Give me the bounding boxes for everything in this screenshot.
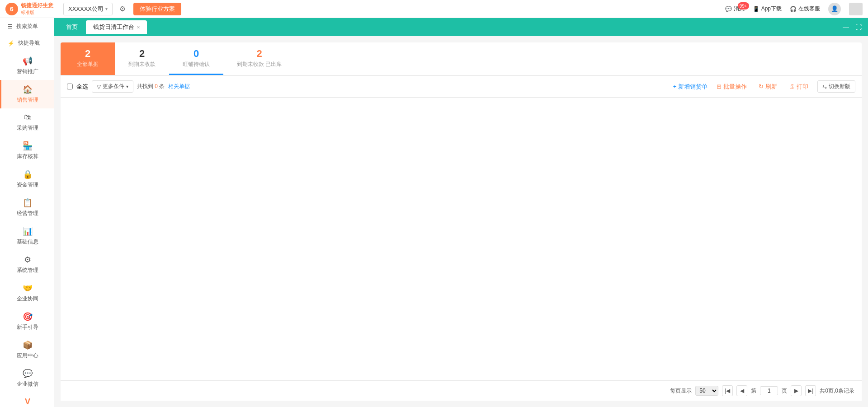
switch-version-button[interactable]: ⇆ 切换新版 [817,80,855,93]
sidebar-item-base[interactable]: 📊 基础信息 [0,222,54,250]
sidebar-item-sales[interactable]: 🏠 销售管理 [0,80,54,108]
message-badge: 99+ [738,2,749,9]
member-icon: V [25,397,30,407]
search-menu-label: 搜索菜单 [16,23,38,30]
tab-expand-icon[interactable]: ⛶ [854,23,863,32]
sidebar-item-marketing[interactable]: 📢 营销推广 [0,51,54,80]
stat-unshipped-label: 到期未收款 已出库 [237,61,282,68]
toolbar-right: + 新增销货单 ⊞ 批量操作 ↻ 刷新 🖨 打印 ⇆ [673,80,855,93]
app-icon: 📱 [753,6,760,12]
service-icon: 🎧 [790,6,797,12]
prev-page-button[interactable]: ◀ [736,385,747,396]
sales-label: 销售管理 [17,96,38,104]
finance-icon: 🔒 [23,169,33,179]
app-download-button[interactable]: 📱 App下载 [753,5,782,13]
print-label: 打印 [797,83,808,91]
sidebar-item-inventory[interactable]: 🏪 库存核算 [0,136,54,165]
sidebar-item-operations[interactable]: 📋 经营管理 [0,193,54,222]
page-label: 第 [751,387,756,395]
last-page-button[interactable]: ▶| [805,385,816,396]
company-name: XXXXXX公司 [68,5,104,13]
stat-all-num: 2 [74,48,101,60]
refresh-button[interactable]: ↻ 刷新 [756,81,780,93]
sidebar-item-finance[interactable]: 🔒 资金管理 [0,165,54,193]
content-area: 首页 钱货日清工作台 × — ⛶ 2 全部单据 2 到期未收款 [54,18,868,407]
avatar[interactable]: 👤 [828,3,841,15]
stat-all-label: 全部单据 [74,61,101,68]
stat-tab-overdue-unshipped[interactable]: 2 到期未收款 已出库 [223,42,295,75]
message-button[interactable]: 💬 消息 99+ [725,5,745,13]
tab-home-label: 首页 [66,23,78,31]
finance-label: 资金管理 [17,181,38,189]
stat-unshipped-num: 2 [237,48,282,60]
page-number-input[interactable]: 1 [760,386,778,395]
related-link[interactable]: 相关单据 [168,83,190,90]
stat-tab-all[interactable]: 2 全部单据 [61,42,115,75]
total-records: 共0页,0条记录 [820,387,854,395]
tab-close-icon[interactable]: × [137,24,140,30]
sales-icon: 🏠 [23,84,33,94]
found-text: 共找到 0 条 [137,83,165,90]
table-area [61,98,862,380]
batch-icon: ⊞ [717,83,722,90]
sidebar-item-appstore[interactable]: 📦 应用中心 [0,336,54,364]
appstore-icon: 📦 [23,340,33,350]
batch-operations-button[interactable]: ⊞ 批量操作 [714,81,750,93]
enterprise-label: 企业协同 [17,295,38,303]
stat-wangpu-label: 旺铺待确认 [183,61,210,68]
sidebar-item-quick-nav[interactable]: ⚡ 快捷导航 [0,35,54,51]
company-dropdown-icon: ▾ [105,6,108,11]
header-right: 💬 消息 99+ 📱 App下载 🎧 在线客服 👤 [725,3,863,15]
refresh-icon: ↻ [759,83,764,90]
page-size-label: 每页显示 [670,387,692,395]
next-page-button[interactable]: ▶ [791,385,802,396]
sidebar-item-search-menu[interactable]: ☰ 搜索菜单 [0,18,54,35]
inventory-icon: 🏪 [23,141,33,151]
message-icon: 💬 [725,6,732,12]
app-label: App下载 [761,5,782,13]
stat-tab-wangpu[interactable]: 0 旺铺待确认 [169,42,223,75]
tab-collapse-icon[interactable]: — [841,23,851,32]
filter-label: 更多条件 [103,83,124,90]
tab-expand-btns: — ⛶ [841,23,863,32]
settings-button[interactable]: ⚙ [116,3,129,15]
logo-icon: 6 [5,3,18,15]
base-label: 基础信息 [17,238,38,246]
service-button[interactable]: 🎧 在线客服 [790,5,820,13]
sidebar-item-system[interactable]: ⚙ 系统管理 [0,250,54,279]
tab-cash-workbench[interactable]: 钱货日清工作台 × [86,20,147,34]
filter-button[interactable]: ▽ 更多条件 ▾ [92,80,133,93]
switch-icon: ⇆ [822,84,827,90]
inner-content: 2 全部单据 2 到期未收款 0 旺铺待确认 2 到期未收款 已出库 [54,36,868,407]
filter-icon: ▽ [97,84,101,90]
operations-icon: 📋 [23,198,33,208]
sidebar-item-guide[interactable]: 🎯 新手引导 [0,307,54,336]
sidebar-item-purchase[interactable]: 🛍 采购管理 [0,108,54,136]
trial-button[interactable]: 体验行业方案 [133,3,181,15]
print-icon: 🖨 [789,83,795,90]
first-page-button[interactable]: |◀ [722,385,733,396]
batch-label: 批量操作 [723,83,747,91]
wechat-icon: 💬 [23,369,33,379]
system-label: 系统管理 [17,267,38,274]
logo-text-area: 畅捷通好生意 标准版 [21,2,53,16]
logo-badge: 标准版 [21,9,53,16]
tab-home[interactable]: 首页 [59,20,85,34]
page-size-select[interactable]: 50 100 200 [695,386,718,396]
switch-label: 切换新版 [829,83,850,90]
toolbar: 全选 ▽ 更多条件 ▾ 共找到 0 条 相关单据 + 新增销货单 [61,75,862,98]
tab-cash-workbench-label: 钱货日清工作台 [93,23,134,31]
company-selector[interactable]: XXXXXX公司 ▾ [63,3,113,15]
sidebar-item-member[interactable]: V 畅会员 [0,393,54,407]
marketing-icon: 📢 [23,56,33,66]
sidebar-item-enterprise[interactable]: 🤝 企业协同 [0,279,54,307]
sidebar-item-wechat[interactable]: 💬 企业微信 [0,364,54,393]
refresh-label: 刷新 [765,83,777,91]
logo-title: 畅捷通好生意 [21,2,53,9]
new-sales-order-button[interactable]: + 新增销货单 [673,83,708,91]
service-label: 在线客服 [798,5,820,13]
print-button[interactable]: 🖨 打印 [786,81,811,93]
select-all-checkbox[interactable] [67,84,73,89]
stat-tab-overdue-unpaid[interactable]: 2 到期未收款 [115,42,169,75]
stat-wangpu-num: 0 [183,48,210,60]
